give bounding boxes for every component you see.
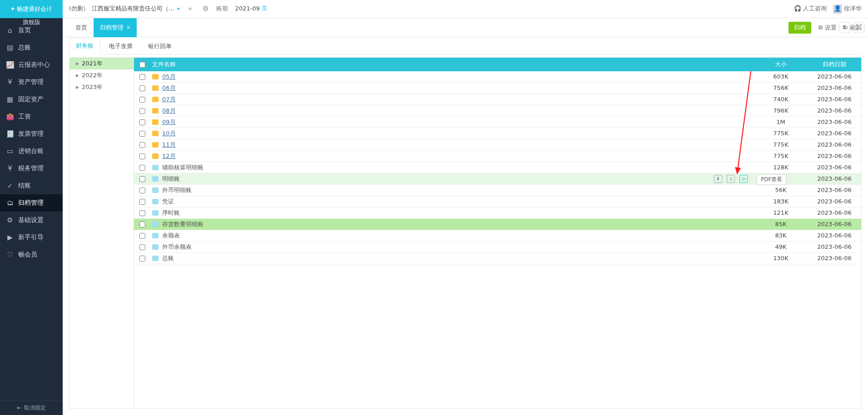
org-settings-button[interactable]: ⚙ [201, 4, 211, 14]
row-checkbox[interactable] [139, 199, 145, 205]
sidebar-item-4[interactable]: ▦固定资产 [0, 91, 63, 108]
calendar-icon: 🗓 [262, 5, 268, 13]
page-tab-0[interactable]: 首页 [69, 18, 94, 37]
download-zip-icon[interactable]: ⬇ [714, 175, 722, 183]
file-name[interactable]: 07月 [162, 95, 176, 104]
sidebar-item-12[interactable]: ▶新手引导 [0, 229, 63, 246]
refresh-link[interactable]: ↻刷新 [843, 24, 862, 32]
table-row[interactable]: 11月775K2023-06-06 [134, 139, 861, 151]
sidebar-item-8[interactable]: ¥税务管理 [0, 160, 63, 177]
archive-button[interactable]: 归档 [789, 22, 811, 34]
file-name[interactable]: 存货数量明细账 [162, 220, 203, 228]
row-checkbox[interactable] [139, 188, 145, 193]
close-icon[interactable]: × [126, 24, 130, 31]
table-row[interactable]: 存货数量明细账85K2023-06-06 [134, 219, 861, 230]
tree-year-2[interactable]: ▶2023年 [69, 81, 134, 93]
org-selector[interactable]: (勿删） 江西服宝精品有限责任公司（… ▾ [69, 5, 180, 13]
table-row[interactable]: 07月740K2023-06-06 [134, 94, 861, 105]
file-date: 2023-06-06 [808, 243, 861, 251]
row-checkbox[interactable] [139, 244, 145, 250]
table-row[interactable]: 09月1M2023-06-06 [134, 117, 861, 128]
nav-label: 进销台账 [18, 147, 44, 156]
sidebar-item-2[interactable]: 📈云报表中心 [0, 56, 63, 74]
sidebar-item-10[interactable]: 🗂归档管理 [0, 194, 63, 212]
file-name[interactable]: 外币余额表 [162, 243, 192, 251]
tree-year-1[interactable]: ▶2022年 [69, 69, 134, 81]
row-checkbox[interactable] [139, 131, 145, 137]
file-name[interactable]: 外币明细账 [162, 186, 192, 194]
sidebar-item-1[interactable]: ▤总账 [0, 39, 63, 56]
period-picker[interactable]: 2021-09 🗓 [233, 5, 268, 13]
file-name[interactable]: 05月 [162, 73, 176, 81]
table-row[interactable]: 12月775K2023-06-06 [134, 151, 861, 162]
support-button[interactable]: 🎧 人工咨询 [794, 5, 827, 13]
subtab-1[interactable]: 电子发票 [102, 38, 139, 54]
sidebar-item-9[interactable]: ✓结账 [0, 177, 63, 194]
table-row[interactable]: 明细账⬇⤓◎PDF查看30K2023-06-06 [134, 173, 861, 185]
file-name[interactable]: 10月 [162, 129, 176, 138]
file-date: 2023-06-06 [808, 118, 861, 126]
table-row[interactable]: 总账130K2023-06-06 [134, 253, 861, 264]
period-label: 账期 [216, 5, 228, 13]
download-pdf-icon[interactable]: ⤓ [727, 175, 735, 183]
row-checkbox[interactable] [139, 85, 145, 91]
row-checkbox[interactable] [139, 74, 145, 80]
tree-year-0[interactable]: ▶2021年 [69, 58, 134, 69]
file-name[interactable]: 总账 [162, 254, 174, 262]
table-row[interactable]: 序时账121K2023-06-06 [134, 208, 861, 219]
caret-right-icon: ▶ [76, 61, 79, 67]
table-row[interactable]: 凭证183K2023-06-06 [134, 196, 861, 208]
file-name[interactable]: 09月 [162, 118, 176, 126]
file-size: 121K [754, 209, 808, 217]
user-menu[interactable]: 👤 徐泽华 [833, 5, 862, 14]
brand-logo-icon: ✦ [10, 5, 15, 13]
add-org-button[interactable]: ＋ [185, 4, 195, 14]
subtab-2[interactable]: 银行回单 [141, 38, 179, 54]
table-row[interactable]: 05月603K2023-06-06 [134, 71, 861, 83]
pin-icon: ⇤ [17, 404, 21, 412]
file-name[interactable]: 11月 [162, 141, 176, 149]
row-checkbox[interactable] [139, 108, 145, 114]
table-row[interactable]: 06月756K2023-06-06 [134, 83, 861, 94]
subtab-0[interactable]: 财务账 [69, 38, 100, 54]
row-checkbox[interactable] [139, 210, 145, 216]
table-row[interactable]: 辅助核算明细账128K2023-06-06 [134, 162, 861, 173]
table-row[interactable]: 10月775K2023-06-06 [134, 128, 861, 139]
sidebar-pin-toggle[interactable]: ⇤ 取消固定 [0, 400, 63, 415]
row-checkbox[interactable] [139, 165, 145, 171]
pdf-view-icon[interactable]: ◎ [739, 175, 748, 183]
sidebar-item-5[interactable]: 👛工资 [0, 108, 63, 125]
file-name[interactable]: 明细账 [162, 175, 180, 183]
row-checkbox[interactable] [139, 153, 145, 159]
file-name[interactable]: 06月 [162, 84, 176, 92]
row-checkbox[interactable] [139, 233, 145, 239]
table-row[interactable]: 08月796K2023-06-06 [134, 105, 861, 117]
file-size: 603K [754, 73, 808, 81]
file-name[interactable]: 08月 [162, 107, 176, 115]
settings-link[interactable]: ⚙设置 [818, 24, 837, 32]
table-row[interactable]: 余额表83K2023-06-06 [134, 230, 861, 242]
sidebar-item-6[interactable]: 🧾发票管理 [0, 125, 63, 143]
file-name[interactable]: 凭证 [162, 198, 174, 206]
table-row[interactable]: 外币明细账56K2023-06-06 [134, 185, 861, 196]
page-tab-1[interactable]: 归档管理× [94, 18, 137, 37]
file-name[interactable]: 12月 [162, 152, 176, 160]
brand[interactable]: ✦ 畅捷通好会计 [0, 0, 63, 18]
nav-icon: ▭ [6, 148, 14, 155]
row-checkbox[interactable] [139, 176, 145, 182]
row-checkbox[interactable] [139, 119, 145, 125]
row-checkbox[interactable] [139, 142, 145, 148]
file-name[interactable]: 余额表 [162, 232, 180, 240]
row-checkbox[interactable] [139, 222, 145, 227]
file-size: 756K [754, 84, 808, 92]
file-name[interactable]: 辅助核算明细账 [162, 163, 203, 172]
table-row[interactable]: 外币余额表49K2023-06-06 [134, 242, 861, 253]
sidebar-item-3[interactable]: ¥资产管理 [0, 74, 63, 91]
row-checkbox[interactable] [139, 256, 145, 262]
sidebar-item-11[interactable]: ⚙基础设置 [0, 212, 63, 229]
row-checkbox[interactable] [139, 97, 145, 103]
sidebar-item-7[interactable]: ▭进销台账 [0, 143, 63, 160]
select-all-checkbox[interactable] [139, 62, 145, 68]
file-name[interactable]: 序时账 [162, 209, 180, 217]
sidebar-item-13[interactable]: ♡畅会员 [0, 246, 63, 263]
